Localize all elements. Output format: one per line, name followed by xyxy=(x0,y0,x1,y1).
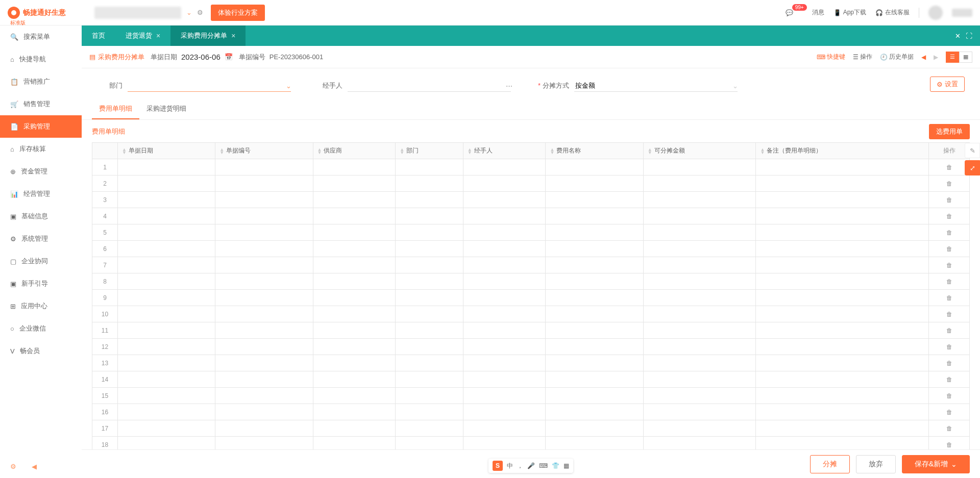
cell[interactable] xyxy=(463,355,546,371)
delete-icon[interactable]: 🗑 xyxy=(946,311,952,318)
cell[interactable] xyxy=(546,175,643,192)
cell[interactable] xyxy=(463,192,546,208)
cell[interactable] xyxy=(215,437,313,450)
cell[interactable] xyxy=(118,290,215,306)
table-row[interactable]: 5🗑 xyxy=(92,224,970,241)
cell[interactable] xyxy=(463,322,546,339)
cell[interactable] xyxy=(463,437,546,450)
cell[interactable] xyxy=(643,241,756,257)
table-row[interactable]: 12🗑 xyxy=(92,339,970,355)
cell[interactable] xyxy=(215,322,313,339)
cell[interactable] xyxy=(396,175,463,192)
cell[interactable] xyxy=(546,224,643,241)
cell[interactable] xyxy=(118,241,215,257)
cell[interactable] xyxy=(463,388,546,404)
delete-icon[interactable]: 🗑 xyxy=(946,327,952,334)
delete-icon[interactable]: 🗑 xyxy=(946,164,952,171)
delete-icon[interactable]: 🗑 xyxy=(946,441,952,448)
sidebar-item-9[interactable]: ⚙系统管理 xyxy=(0,228,82,250)
edit-tool[interactable]: ✎ xyxy=(965,143,980,158)
avatar[interactable] xyxy=(928,6,943,20)
cell[interactable] xyxy=(756,290,929,306)
cell[interactable] xyxy=(313,224,396,241)
col-header-1[interactable]: ▲▼单据日期 xyxy=(118,143,215,159)
cell[interactable] xyxy=(313,290,396,306)
cell[interactable] xyxy=(396,339,463,355)
cell[interactable] xyxy=(756,388,929,404)
table-row[interactable]: 14🗑 xyxy=(92,371,970,388)
keyboard-icon[interactable]: ⌨ xyxy=(539,462,548,469)
cell[interactable] xyxy=(463,208,546,224)
tab-0[interactable]: 首页 xyxy=(82,26,115,46)
cell[interactable] xyxy=(546,290,643,306)
cell[interactable] xyxy=(463,159,546,175)
messages-button[interactable]: 💬 99+ 消息 xyxy=(786,8,824,17)
col-header-0[interactable] xyxy=(92,143,118,159)
cell[interactable] xyxy=(546,355,643,371)
cell[interactable] xyxy=(313,388,396,404)
cell[interactable] xyxy=(463,404,546,420)
cell[interactable] xyxy=(756,159,929,175)
delete-icon[interactable]: 🗑 xyxy=(946,213,952,220)
cell[interactable] xyxy=(118,192,215,208)
cell[interactable] xyxy=(215,175,313,192)
tenant-selector[interactable]: ⌄ xyxy=(94,7,197,19)
close-all-icon[interactable]: ✕ xyxy=(955,32,961,40)
cell[interactable] xyxy=(396,257,463,273)
cell[interactable] xyxy=(215,257,313,273)
expand-tool[interactable]: ⤢ xyxy=(965,160,980,175)
cell[interactable] xyxy=(643,159,756,175)
cell[interactable] xyxy=(756,355,929,371)
sidebar-item-6[interactable]: ⊕资金管理 xyxy=(0,160,82,183)
tab-2[interactable]: 采购费用分摊单× xyxy=(170,26,246,46)
delete-icon[interactable]: 🗑 xyxy=(946,262,952,269)
cell[interactable] xyxy=(313,159,396,175)
cell[interactable] xyxy=(215,339,313,355)
cell[interactable] xyxy=(756,273,929,290)
cell[interactable] xyxy=(463,273,546,290)
cell[interactable] xyxy=(313,420,396,437)
cell[interactable] xyxy=(756,306,929,322)
cell[interactable] xyxy=(643,388,756,404)
sidebar-item-13[interactable]: ○企业微信 xyxy=(0,317,82,340)
cell[interactable] xyxy=(313,355,396,371)
cell[interactable] xyxy=(396,159,463,175)
experience-button[interactable]: 体验行业方案 xyxy=(211,5,265,21)
col-header-8[interactable]: ▲▼备注（费用单明细） xyxy=(756,143,929,159)
sidebar-item-0[interactable]: 🔍搜索菜单 xyxy=(0,26,82,48)
cell[interactable] xyxy=(118,273,215,290)
doc-date[interactable]: 2023-06-06 xyxy=(181,53,220,61)
cell[interactable] xyxy=(546,192,643,208)
detail-tab-0[interactable]: 费用单明细 xyxy=(92,99,139,119)
cell[interactable] xyxy=(546,322,643,339)
save-new-button[interactable]: 保存&新增⌄ xyxy=(902,455,970,473)
cell[interactable] xyxy=(118,257,215,273)
card-view-button[interactable]: ▦ xyxy=(959,52,972,63)
cell[interactable] xyxy=(546,306,643,322)
cell[interactable] xyxy=(396,322,463,339)
method-input[interactable] xyxy=(574,80,738,92)
cell[interactable] xyxy=(643,257,756,273)
delete-icon[interactable]: 🗑 xyxy=(946,409,952,416)
cell[interactable] xyxy=(313,192,396,208)
cell[interactable] xyxy=(396,306,463,322)
cell[interactable] xyxy=(313,437,396,450)
cell[interactable] xyxy=(396,355,463,371)
cell[interactable] xyxy=(118,224,215,241)
table-row[interactable]: 16🗑 xyxy=(92,404,970,420)
cell[interactable] xyxy=(643,339,756,355)
cell[interactable] xyxy=(643,420,756,437)
cell[interactable] xyxy=(463,257,546,273)
table-wrap[interactable]: ▲▼单据日期▲▼单据编号▲▼供应商▲▼部门▲▼经手人▲▼费用名称▲▼可分摊金额▲… xyxy=(82,142,980,449)
calendar-icon[interactable]: 📅 xyxy=(225,53,233,61)
cell[interactable] xyxy=(118,437,215,450)
gear-icon[interactable]: ⚙ xyxy=(197,9,203,16)
cell[interactable] xyxy=(756,224,929,241)
cell[interactable] xyxy=(546,273,643,290)
delete-icon[interactable]: 🗑 xyxy=(946,180,952,187)
sidebar-item-2[interactable]: 📋营销推广 xyxy=(0,70,82,93)
sidebar-item-1[interactable]: ⌂快捷导航 xyxy=(0,48,82,70)
cell[interactable] xyxy=(215,420,313,437)
cell[interactable] xyxy=(756,420,929,437)
table-row[interactable]: 1🗑 xyxy=(92,159,970,175)
